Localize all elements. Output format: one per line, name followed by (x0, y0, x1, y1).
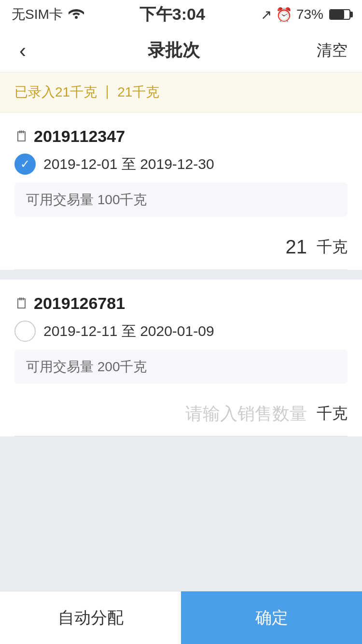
batch-icon-2: 🗒 (14, 295, 29, 312)
batch-id-2: 2019126781 (34, 294, 125, 313)
radio-2[interactable] (14, 321, 36, 342)
sim-signal: 无SIM卡 (12, 5, 63, 24)
batch-header-1: 🗒 2019112347 (14, 127, 348, 146)
batch-date-2: 2019-12-11 至 2020-01-09 (43, 322, 214, 341)
quantity-input-row-2[interactable]: 千克 (14, 392, 348, 436)
batch-card-1[interactable]: 🗒 2019112347 ✓ 2019-12-01 至 2019-12-30 可… (0, 112, 362, 270)
batch-date-row-2: 2019-12-11 至 2020-01-09 (14, 321, 348, 342)
available-box-2: 可用交易量 200千克 (14, 350, 348, 384)
quantity-input-2[interactable] (114, 404, 307, 424)
batch-header-2: 🗒 2019126781 (14, 294, 348, 313)
bottom-bar: 自动分配 确定 (0, 591, 362, 644)
battery-icon (329, 9, 350, 20)
recorded-label: 已录入21千克 (14, 83, 97, 101)
status-right: ↗ ⏰ 73% (261, 7, 350, 23)
section-separator (0, 270, 362, 280)
back-button[interactable]: ‹ (14, 34, 31, 67)
batch-date-row-1: ✓ 2019-12-01 至 2019-12-30 (14, 154, 348, 175)
location-icon: ↗ (261, 7, 272, 23)
alarm-icon: ⏰ (276, 7, 292, 23)
nav-bar: ‹ 录批次 清空 (0, 29, 362, 72)
recorded-value: 21千克 (117, 83, 159, 101)
quantity-value-1: 21 (286, 236, 307, 258)
available-text-2: 可用交易量 200千克 (26, 359, 147, 374)
batch-card-2[interactable]: 🗒 2019126781 2019-12-11 至 2020-01-09 可用交… (0, 280, 362, 436)
batch-icon-1: 🗒 (14, 128, 29, 145)
info-banner: 已录入21千克 21千克 (0, 72, 362, 112)
confirm-button[interactable]: 确定 (181, 591, 362, 644)
status-bar: 无SIM卡 下午3:04 ↗ ⏰ 73% (0, 0, 362, 29)
wifi-icon (69, 7, 84, 22)
status-left: 无SIM卡 (12, 5, 84, 24)
status-time: 下午3:04 (139, 3, 205, 26)
page-title: 录批次 (148, 39, 200, 62)
info-divider (107, 85, 108, 99)
batch-date-1: 2019-12-01 至 2019-12-30 (43, 154, 214, 174)
auto-distribute-button[interactable]: 自动分配 (0, 591, 181, 644)
radio-1[interactable]: ✓ (14, 154, 36, 175)
batch-id-1: 2019112347 (34, 127, 125, 146)
check-icon-1: ✓ (20, 157, 30, 171)
quantity-unit-1: 千克 (317, 237, 348, 258)
available-text-1: 可用交易量 100千克 (26, 192, 147, 207)
quantity-unit-2: 千克 (317, 403, 348, 424)
quantity-row-1: 21 千克 (14, 224, 348, 270)
clear-button[interactable]: 清空 (317, 40, 348, 61)
battery-percent: 73% (296, 7, 323, 22)
available-box-1: 可用交易量 100千克 (14, 182, 348, 217)
